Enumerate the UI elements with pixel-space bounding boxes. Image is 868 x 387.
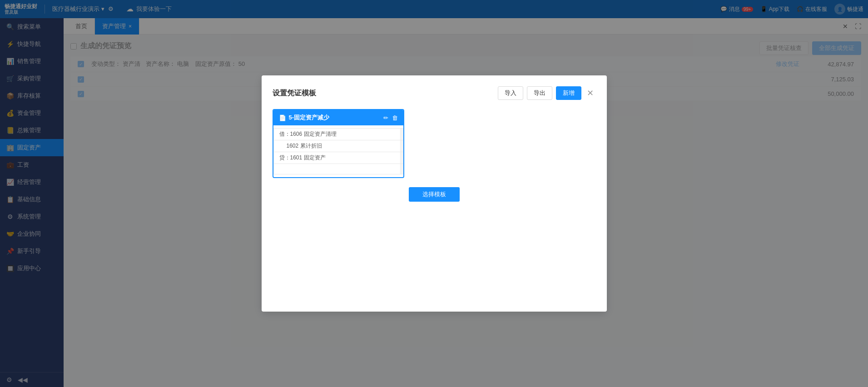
close-icon: ✕	[587, 88, 594, 98]
credit-label: 贷：1601 固定资产	[273, 152, 400, 164]
app-container: 畅捷通好业财 普及版 医疗器械行业演示 ▾ ⚙ ☁ 我要体验一下 💬 消息 99…	[0, 0, 868, 387]
document-icon: 📄	[279, 114, 286, 121]
template-card: 📄 5-固定资产减少 ✏ 🗑	[273, 109, 404, 178]
table-row: 1602 累计折旧	[273, 140, 403, 152]
debit-extra-col	[402, 129, 403, 140]
template-card-title: 📄 5-固定资产减少	[279, 114, 330, 122]
delete-template-icon[interactable]: 🗑	[392, 114, 398, 121]
empty-row-col1	[273, 164, 400, 174]
voucher-template-modal: 设置凭证模板 导入 导出 新增 ✕	[262, 75, 607, 312]
table-row	[273, 164, 403, 174]
modal-header-actions: 导入 导出 新增 ✕	[498, 86, 596, 100]
empty-row-col4	[402, 164, 403, 174]
modal-title: 设置凭证模板	[273, 89, 316, 98]
modal-body: 📄 5-固定资产减少 ✏ 🗑	[273, 109, 596, 202]
template-entries-table: 借：1606 固定资产清理 1602 累计折旧	[273, 128, 403, 174]
template-card-header: 📄 5-固定资产减少 ✏ 🗑	[273, 110, 403, 125]
debit-label: 借：1606 固定资产清理	[273, 129, 400, 140]
debit-label2: 1602 累计折旧	[273, 140, 400, 152]
table-row: 贷：1601 固定资产	[273, 152, 403, 164]
edit-template-icon[interactable]: ✏	[383, 114, 388, 121]
select-template-btn[interactable]: 选择模板	[409, 187, 460, 202]
debit2-extra-col	[402, 140, 403, 152]
template-card-actions: ✏ 🗑	[383, 114, 398, 121]
select-template-container: 选择模板	[273, 187, 596, 202]
table-row: 借：1606 固定资产清理	[273, 129, 403, 140]
main-layout: 🔍 搜索菜单 ⚡ 快捷导航 📊 销售管理 🛒 采购管理 📦 库存核算	[0, 18, 868, 387]
new-btn[interactable]: 新增	[556, 86, 581, 100]
modal-close-btn[interactable]: ✕	[585, 88, 596, 99]
template-body: 借：1606 固定资产清理 1602 累计折旧	[273, 125, 403, 177]
modal-toolbar: 导入 导出 新增	[498, 86, 581, 100]
export-btn[interactable]: 导出	[527, 86, 552, 100]
content-area: 首页 资产管理 × ✕ ⛶ 生成的凭证预览 批量凭证核查	[64, 18, 868, 387]
modal-overlay: 设置凭证模板 导入 导出 新增 ✕	[64, 18, 868, 387]
import-btn[interactable]: 导入	[498, 86, 523, 100]
credit-extra-col	[402, 152, 403, 164]
modal-header: 设置凭证模板 导入 导出 新增 ✕	[273, 86, 596, 100]
